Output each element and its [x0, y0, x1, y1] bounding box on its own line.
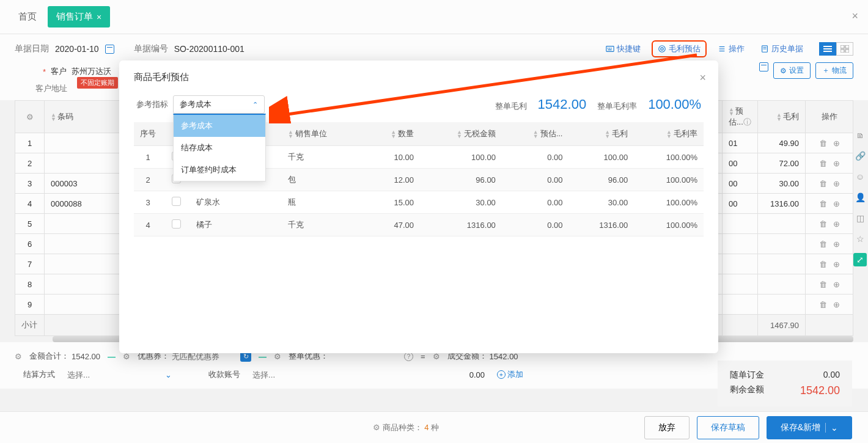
cell-rate: 100.00%: [634, 169, 704, 191]
order-rate-value: 100.00%: [648, 97, 701, 112]
table-row: 4 橘子 千克 47.00 1316.00 0.00 1316.00 100.0…: [134, 214, 704, 236]
cell-rate: 100.00%: [634, 146, 704, 169]
modal-filter-row: 参考指标 参考成本 ⌃ 参考成本 结存成本 订单签约时成本 整单毛利 1542.…: [119, 92, 718, 122]
modal-close-icon[interactable]: ×: [699, 71, 706, 84]
cell-qty: 47.00: [364, 214, 420, 236]
modal-metrics: 整单毛利 1542.00 整单毛利率 100.00%: [495, 97, 701, 112]
cell-index: 4: [134, 214, 162, 236]
indicator-dropdown: 参考成本 结存成本 订单签约时成本: [173, 114, 266, 181]
cell-rate: 100.00%: [634, 214, 704, 236]
option-balance-cost[interactable]: 结存成本: [174, 137, 265, 159]
col-profit[interactable]: 毛利: [612, 129, 628, 138]
cell-qty: 15.00: [364, 191, 420, 214]
cell-unit: 千克: [282, 214, 364, 236]
order-rate-label: 整单毛利率: [597, 101, 637, 112]
col-amount[interactable]: 无税金额: [464, 129, 496, 138]
cell-amount: 1316.00: [420, 214, 502, 236]
order-profit-label: 整单毛利: [495, 101, 527, 112]
table-row: 3 矿泉水 瓶 15.00 30.00 0.00 30.00 100.00%: [134, 191, 704, 214]
cell-unit: 瓶: [282, 191, 364, 214]
indicator-label: 参考指标: [136, 99, 168, 110]
cell-estimate: 0.00: [502, 169, 569, 191]
cell-estimate: 0.00: [502, 191, 569, 214]
cell-profit: 1316.00: [568, 214, 634, 236]
modal-header: 商品毛利预估 ×: [119, 60, 718, 92]
chevron-up-icon: ⌃: [252, 101, 258, 109]
row-checkbox[interactable]: [172, 197, 181, 206]
cell-index: 2: [134, 169, 162, 191]
option-contract-cost[interactable]: 订单签约时成本: [174, 159, 265, 181]
option-reference-cost[interactable]: 参考成本: [174, 115, 265, 137]
cell-estimate: 0.00: [502, 146, 569, 169]
cell-name: 橘子: [190, 214, 282, 236]
cell-profit: 96.00: [568, 169, 634, 191]
col-index[interactable]: 序号: [140, 129, 156, 138]
cell-amount: 30.00: [420, 191, 502, 214]
cell-amount: 100.00: [420, 146, 502, 169]
profit-estimate-modal: 商品毛利预估 × 参考指标 参考成本 ⌃ 参考成本 结存成本 订单签约时成本 整…: [119, 60, 718, 353]
col-estimate[interactable]: 预估...: [540, 129, 563, 138]
indicator-select[interactable]: 参考成本 ⌃ 参考成本 结存成本 订单签约时成本: [173, 95, 265, 114]
cell-profit: 30.00: [568, 191, 634, 214]
cell-amount: 96.00: [420, 169, 502, 191]
col-qty[interactable]: 数量: [398, 129, 414, 138]
cell-index: 3: [134, 191, 162, 214]
cell-rate: 100.00%: [634, 191, 704, 214]
cell-unit: 包: [282, 169, 364, 191]
cell-unit: 千克: [282, 146, 364, 169]
indicator-value: 参考成本: [180, 99, 211, 110]
cell-profit: 100.00: [568, 146, 634, 169]
col-unit[interactable]: 销售单位: [295, 129, 327, 138]
row-checkbox[interactable]: [172, 219, 181, 229]
cell-qty: 12.00: [364, 169, 420, 191]
cell-estimate: 0.00: [502, 214, 569, 236]
cell-qty: 10.00: [364, 146, 420, 169]
cell-index: 1: [134, 146, 162, 169]
cell-name: 矿泉水: [190, 191, 282, 214]
order-profit-value: 1542.00: [538, 97, 587, 112]
modal-title: 商品毛利预估: [134, 71, 189, 82]
col-rate[interactable]: 毛利率: [674, 129, 697, 138]
